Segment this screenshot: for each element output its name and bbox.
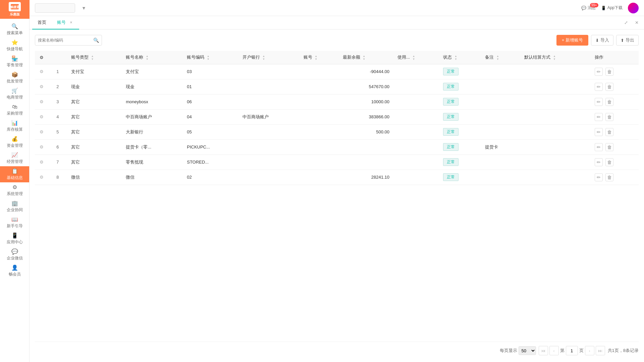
edit-btn[interactable]: ✏ (595, 128, 603, 136)
sidebar-item-wholesale[interactable]: 📦批发管理 (0, 70, 29, 86)
sidebar-item-system[interactable]: ⚙系统管理 (0, 182, 29, 198)
topbar-right: 💬 消息 99+ 📱 App下载 (581, 3, 639, 13)
col-account[interactable]: 账号 ▲▼ (300, 51, 339, 64)
sidebar-item-finance[interactable]: 💰资金管理 (0, 134, 29, 150)
last-page-btn[interactable]: ⏭ (596, 346, 605, 355)
prev-page-btn[interactable]: ‹ (549, 346, 559, 355)
delete-btn[interactable]: 🗑 (605, 173, 613, 181)
export-button[interactable]: ⬆ 导出 (616, 35, 639, 46)
col-settle[interactable]: 默认结算方式 ▲▼ (520, 51, 591, 64)
col-balance[interactable]: 最新余额 ▲▼ (339, 51, 393, 64)
user-avatar[interactable] (628, 3, 639, 13)
tab-account-close[interactable]: × (68, 20, 74, 25)
import-button[interactable]: ⬇ 导入 (591, 35, 613, 46)
row-status: 正常 (439, 170, 481, 185)
sidebar-item-ecommerce[interactable]: 🛒电商管理 (0, 86, 29, 102)
sidebar-item-search[interactable]: 🔍搜索菜单 (0, 21, 29, 38)
row-account (300, 64, 339, 79)
row-settings[interactable]: ⚙ (35, 124, 48, 139)
col-usage[interactable]: 使用... ▲▼ (393, 51, 439, 64)
delete-btn[interactable]: 🗑 (605, 68, 613, 76)
col-type[interactable]: 账号类型 ▲▼ (67, 51, 122, 64)
edit-btn[interactable]: ✏ (595, 113, 603, 121)
sidebar-item-retail[interactable]: 🏪零售管理 (0, 54, 29, 70)
row-settings[interactable]: ⚙ (35, 109, 48, 124)
row-type: 微信 (67, 170, 122, 185)
row-settings[interactable]: ⚙ (35, 155, 48, 170)
row-type: 其它 (67, 94, 122, 109)
messages-btn[interactable]: 💬 消息 99+ (581, 5, 596, 11)
sidebar-item-basic-info[interactable]: 📋基础信息 (0, 166, 29, 182)
tab-minimize-btn[interactable]: ⤢ (621, 18, 631, 27)
table-row: ⚙ 5 其它 大新银行 05 500.00 正常 ✏ 🗑 (35, 124, 639, 139)
delete-btn[interactable]: 🗑 (605, 98, 613, 106)
toolbar: 🔍 + 新增账号 ⬇ 导入 ⬆ 导出 (35, 35, 639, 46)
edit-btn[interactable]: ✏ (595, 98, 603, 106)
row-settings[interactable]: ⚙ (35, 94, 48, 109)
row-actions: ✏ 🗑 (591, 109, 639, 124)
add-account-button[interactable]: + 新增账号 (556, 35, 588, 46)
col-settings[interactable]: ⚙ (35, 51, 48, 64)
col-bank[interactable]: 开户银行 ▲▼ (238, 51, 300, 64)
edit-btn[interactable]: ✏ (595, 143, 603, 151)
search-icon[interactable]: 🔍 (93, 38, 99, 43)
sidebar-label-wholesale: 批发管理 (7, 78, 23, 84)
enterprise-icon: 🏢 (11, 200, 18, 206)
edit-btn[interactable]: ✏ (595, 68, 603, 76)
dropdown-btn[interactable]: ▼ (79, 3, 89, 13)
delete-btn[interactable]: 🗑 (605, 113, 613, 121)
row-settings[interactable]: ⚙ (35, 79, 48, 94)
edit-btn[interactable]: ✏ (595, 83, 603, 91)
row-remark (481, 124, 520, 139)
row-settings[interactable]: ⚙ (35, 64, 48, 79)
next-page-btn[interactable]: › (585, 346, 594, 355)
row-settings[interactable]: ⚙ (35, 170, 48, 185)
sidebar-item-operations[interactable]: 📈经营管理 (0, 150, 29, 166)
sidebar-nav: 🔍搜索菜单⭐快捷导航🏪零售管理📦批发管理🛒电商管理🛍采购管理📊库存核算💰资金管理… (0, 19, 29, 362)
row-balance: 10000.00 (339, 94, 393, 109)
row-settings[interactable]: ⚙ (35, 139, 48, 155)
col-name[interactable]: 账号名称 ▲▼ (122, 51, 183, 64)
page-input[interactable] (566, 346, 578, 355)
sidebar-item-quick-nav[interactable]: ⭐快捷导航 (0, 38, 29, 54)
row-name: 提货卡（零... (122, 139, 183, 155)
delete-btn[interactable]: 🗑 (605, 128, 613, 136)
toolbar-right: + 新增账号 ⬇ 导入 ⬆ 导出 (556, 35, 639, 46)
row-num: 2 (48, 79, 67, 94)
col-remark[interactable]: 备注 ▲▼ (481, 51, 520, 64)
row-remark (481, 155, 520, 170)
sidebar-item-purchase[interactable]: 🛍采购管理 (0, 102, 29, 118)
sidebar-item-app-center[interactable]: 📱应用中心 (0, 231, 29, 247)
row-status: 正常 (439, 94, 481, 109)
row-settle (520, 79, 591, 94)
row-num: 8 (48, 170, 67, 185)
delete-btn[interactable]: 🗑 (605, 143, 613, 151)
sidebar-item-enterprise[interactable]: 🏢企业协同 (0, 198, 29, 215)
row-account (300, 124, 339, 139)
col-status[interactable]: 状态 ▲▼ (439, 51, 481, 64)
search-input[interactable] (38, 38, 93, 43)
edit-btn[interactable]: ✏ (595, 158, 603, 166)
sidebar-item-newcomer[interactable]: 📖新手引导 (0, 215, 29, 231)
delete-btn[interactable]: 🗑 (605, 158, 613, 166)
row-actions: ✏ 🗑 (591, 94, 639, 109)
page-size-dropdown[interactable]: 50 100 (519, 346, 536, 355)
col-code[interactable]: 账号编码 ▲▼ (183, 51, 238, 64)
row-status: 正常 (439, 124, 481, 139)
first-page-btn[interactable]: ⏮ (539, 346, 548, 355)
app-download-label: App下载 (607, 5, 623, 11)
edit-btn[interactable]: ✏ (595, 173, 603, 181)
tab-home[interactable]: 首页 (32, 16, 52, 29)
delete-btn[interactable]: 🗑 (605, 83, 613, 91)
tab-account[interactable]: 账号 × (52, 16, 79, 29)
app-download-btn[interactable]: 📱 App下载 (601, 5, 623, 11)
row-num: 7 (48, 155, 67, 170)
col-action: 操作 (591, 51, 639, 64)
tab-close-btn[interactable]: ✕ (632, 18, 641, 27)
sidebar-label-system: 系统管理 (7, 191, 23, 197)
table-row: ⚙ 8 微信 微信 02 28241.10 正常 ✏ 🗑 (35, 170, 639, 185)
top-search-input[interactable] (35, 3, 75, 13)
sidebar-item-wechat[interactable]: 💬企业微信 (0, 247, 29, 263)
sidebar-item-inventory[interactable]: 📊库存核算 (0, 118, 29, 134)
sidebar-item-member[interactable]: 👤畅会员 (0, 263, 29, 279)
